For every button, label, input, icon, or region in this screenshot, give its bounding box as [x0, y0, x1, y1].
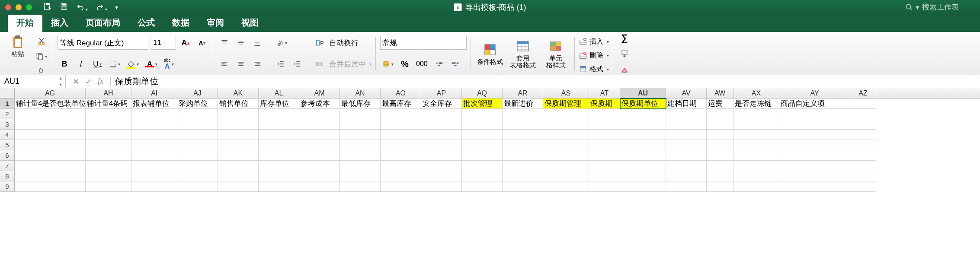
format-painter-button[interactable]	[34, 64, 49, 77]
redo-icon[interactable]: ▾	[96, 2, 107, 13]
cell[interactable]	[177, 171, 218, 181]
cell[interactable]: 库存单位	[259, 99, 299, 109]
format-as-table-button[interactable]: 套用 表格格式	[508, 38, 538, 69]
cell[interactable]	[131, 161, 177, 171]
cell[interactable]: 参考成本	[299, 99, 340, 109]
cell[interactable]	[340, 119, 381, 130]
align-top-button[interactable]	[218, 36, 231, 49]
column-header[interactable]: AZ	[850, 88, 876, 98]
row-header[interactable]: 8	[0, 171, 15, 181]
cell[interactable]	[218, 181, 259, 192]
cell[interactable]	[259, 140, 299, 150]
close-window-button[interactable]	[5, 4, 11, 10]
cell[interactable]	[86, 150, 131, 161]
cell[interactable]: 保质期管理	[543, 99, 589, 109]
cell[interactable]	[15, 119, 86, 130]
cell[interactable]	[131, 130, 177, 140]
column-header[interactable]: AL	[259, 88, 299, 98]
column-header[interactable]: AG	[15, 88, 86, 98]
conditional-format-button[interactable]: 条件格式	[475, 42, 505, 65]
cell[interactable]	[259, 181, 299, 192]
cell[interactable]: 采购单位	[177, 99, 218, 109]
cell[interactable]	[381, 119, 421, 130]
fill-color-button[interactable]: ▾	[125, 57, 141, 70]
align-left-button[interactable]	[218, 57, 231, 70]
cell[interactable]	[381, 181, 421, 192]
cell[interactable]	[15, 109, 86, 119]
row-header[interactable]: 5	[0, 140, 15, 150]
ribbon-tab-6[interactable]: 视图	[233, 13, 267, 32]
cell[interactable]	[503, 119, 543, 130]
cell[interactable]	[620, 150, 666, 161]
cell[interactable]	[86, 119, 131, 130]
column-header[interactable]: AK	[218, 88, 259, 98]
column-header[interactable]: AM	[299, 88, 340, 98]
cell[interactable]	[86, 140, 131, 150]
cell[interactable]	[543, 130, 589, 140]
confirm-formula-icon[interactable]: ✓	[85, 77, 92, 86]
cell[interactable]	[707, 130, 733, 140]
fill-button[interactable]	[618, 47, 631, 60]
cell[interactable]	[666, 181, 707, 192]
cell[interactable]	[15, 161, 86, 171]
column-header[interactable]: AJ	[177, 88, 218, 98]
autosum-button[interactable]: ∑	[618, 32, 631, 44]
cell[interactable]	[503, 181, 543, 192]
cell[interactable]	[850, 181, 876, 192]
cell[interactable]	[620, 119, 666, 130]
cell[interactable]	[620, 161, 666, 171]
cell[interactable]	[462, 181, 503, 192]
row-header[interactable]: 2	[0, 109, 15, 119]
cell[interactable]	[589, 150, 620, 161]
undo-icon[interactable]: ▾	[76, 2, 88, 13]
cell[interactable]	[779, 150, 850, 161]
cell[interactable]	[421, 109, 462, 119]
clear-button[interactable]	[618, 63, 631, 76]
cell[interactable]: 建档日期	[666, 99, 707, 109]
cell[interactable]	[381, 130, 421, 140]
search-area[interactable]: ▾	[905, 3, 974, 12]
bold-button[interactable]: B	[58, 57, 71, 70]
cell[interactable]	[707, 119, 733, 130]
cell[interactable]	[707, 150, 733, 161]
ribbon-tab-2[interactable]: 页面布局	[77, 13, 129, 32]
cell[interactable]	[15, 181, 86, 192]
save-icon[interactable]	[60, 2, 68, 13]
column-header[interactable]: AV	[666, 88, 707, 98]
column-header[interactable]: AR	[503, 88, 543, 98]
cut-button[interactable]	[34, 35, 49, 48]
cell[interactable]	[421, 150, 462, 161]
column-header[interactable]: AW	[707, 88, 733, 98]
cell[interactable]	[850, 171, 876, 181]
cell[interactable]	[850, 119, 876, 130]
cell[interactable]	[543, 109, 589, 119]
cell[interactable]	[381, 140, 421, 150]
percent-button[interactable]: %	[398, 57, 412, 70]
cell[interactable]	[707, 171, 733, 181]
phonetic-button[interactable]: abcA▾	[162, 57, 176, 70]
cell[interactable]	[86, 109, 131, 119]
cancel-formula-icon[interactable]: ✕	[73, 77, 79, 86]
cell[interactable]	[733, 161, 779, 171]
cell[interactable]	[299, 150, 340, 161]
cell[interactable]	[177, 130, 218, 140]
cell[interactable]	[218, 140, 259, 150]
cell[interactable]	[218, 130, 259, 140]
cell[interactable]	[177, 109, 218, 119]
cell[interactable]	[733, 181, 779, 192]
cell[interactable]	[340, 109, 381, 119]
ribbon-tab-5[interactable]: 审阅	[198, 13, 233, 32]
cell[interactable]	[503, 130, 543, 140]
cell[interactable]	[177, 150, 218, 161]
cell[interactable]	[421, 161, 462, 171]
cell[interactable]	[86, 130, 131, 140]
cell[interactable]	[589, 181, 620, 192]
decrease-indent-button[interactable]	[274, 57, 288, 70]
cell[interactable]	[462, 109, 503, 119]
cell[interactable]	[86, 161, 131, 171]
cell[interactable]	[733, 140, 779, 150]
cell[interactable]	[666, 109, 707, 119]
cell[interactable]	[15, 171, 86, 181]
cell[interactable]	[503, 150, 543, 161]
row-header[interactable]: 6	[0, 150, 15, 161]
